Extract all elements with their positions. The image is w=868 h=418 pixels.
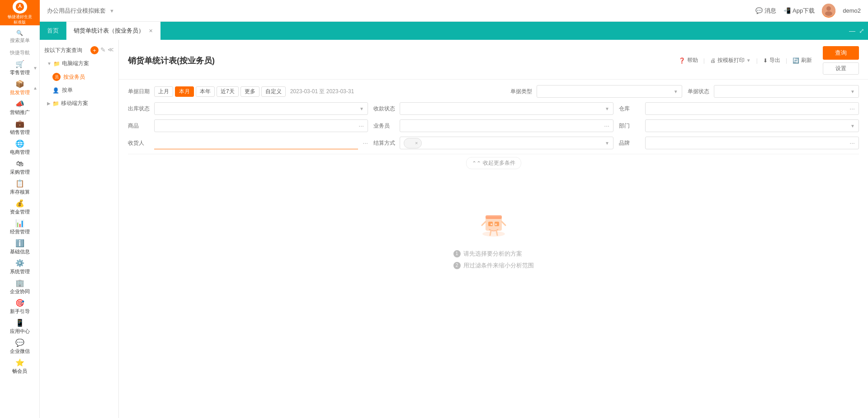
app-logo[interactable]: 畅捷通好生意 标准版 (0, 0, 40, 25)
settlement-arrow: ▼ (605, 141, 609, 146)
docstatus-select[interactable]: ▼ (714, 85, 859, 98)
app-download-btn[interactable]: 📲 App下载 (783, 7, 815, 15)
brand-dots[interactable]: ··· (849, 139, 855, 147)
sidebar-item-member[interactable]: ⭐ 畅会员 (0, 356, 39, 376)
sidebar: 畅捷通好生意 标准版 🔍 搜索菜单 快捷导航 🛒 零售管理 ▼ 📦 批发管理 ▲… (0, 0, 40, 418)
sidebar-item-sales[interactable]: 💼 销售管理 (0, 118, 39, 138)
sidebar-item-enterprise[interactable]: 🏢 企业协同 (0, 277, 39, 297)
operations-label: 经营管理 (10, 228, 30, 235)
sidebar-item-wholesale[interactable]: 📦 批发管理 ▲ (0, 78, 39, 98)
topbar-left: 办公用品行业模拟账套 ▼ (47, 7, 114, 15)
salesperson-label: 业务员 (373, 122, 397, 130)
help-btn[interactable]: ❓ 帮助 (679, 57, 698, 64)
logo-icon (13, 0, 27, 14)
top-title-arrow[interactable]: ▼ (109, 8, 114, 14)
export-btn[interactable]: ⬇ 导出 (763, 57, 780, 64)
settlement-tag-close[interactable]: × (415, 140, 418, 146)
basics-icon: ℹ️ (15, 239, 24, 247)
sidebar-item-inventory[interactable]: 📋 库存核算 (0, 177, 39, 197)
sidebar-item-newguide[interactable]: 🎯 新手引导 (0, 297, 39, 317)
refresh-label: 刷新 (801, 57, 812, 64)
scheme-group-desktop: ▼ 📁 电脑端方案 员 按业务员 👤 按单 (40, 57, 118, 97)
date-btn-thisyear[interactable]: 本年 (196, 86, 215, 97)
tab-close-btn[interactable]: ✕ (149, 28, 153, 34)
outstatus-select[interactable]: ▼ (154, 102, 368, 115)
receiver-input[interactable] (154, 137, 358, 149)
warehouse-dots[interactable]: ··· (849, 105, 855, 112)
tab-home[interactable]: 首页 (40, 22, 66, 40)
sidebar-item-system[interactable]: ⚙️ 系统管理 (0, 257, 39, 277)
sidebar-item-basics[interactable]: ℹ️ 基础信息 (0, 237, 39, 257)
date-range-text: 2023-03-01 至 2023-03-31 (290, 88, 354, 95)
sidebar-item-marketing[interactable]: 📣 营销推广 (0, 98, 39, 118)
warehouse-select[interactable]: ··· (645, 102, 859, 115)
date-btn-lastmonth[interactable]: 上月 (154, 86, 173, 97)
title-actions: ❓ 帮助 | 🖨 按模板打印 ▼ | ⬇ 导出 | (679, 46, 859, 75)
add-scheme-btn[interactable]: + (90, 46, 99, 54)
goods-select[interactable]: ··· (154, 119, 368, 132)
date-filter-col: 单据日期 上月 本月 本年 近7天 更多 自定义 2023-03-01 至 20… (128, 86, 505, 97)
empty-hints: 1 请先选择要分析的方案 2 用过滤条件来缩小分析范围 (453, 248, 534, 271)
collapse-scheme-btn[interactable]: ≪ (108, 46, 114, 54)
payment-label: 收款状态 (373, 105, 397, 113)
outstatus-arrow: ▼ (359, 106, 364, 111)
salesperson-select[interactable]: ··· (400, 119, 613, 132)
query-button[interactable]: 查询 (823, 46, 859, 60)
search-menu[interactable]: 🔍 搜索菜单 (0, 25, 39, 47)
date-btn-thismonth[interactable]: 本月 (175, 86, 194, 97)
sidebar-item-operations[interactable]: 📊 经营管理 (0, 217, 39, 237)
payment-select[interactable]: ▼ (400, 102, 613, 115)
scheme-group-mobile-header[interactable]: ▶ 📁 移动端方案 (40, 97, 118, 110)
edit-scheme-btn[interactable]: ✎ (100, 46, 106, 54)
wholesale-label: 批发管理 (10, 89, 30, 96)
empty-illustration (476, 204, 512, 241)
tab-minimize-btn[interactable]: — (849, 27, 855, 34)
payment-filter-col: 收款状态 ▼ (373, 102, 613, 115)
scheme-sub-by-order[interactable]: 👤 按单 (40, 84, 118, 97)
download-icon: 📲 (783, 7, 791, 14)
wholesale-arrow: ▲ (33, 86, 38, 90)
brand-select[interactable]: ··· (645, 137, 859, 149)
doctype-select[interactable]: ▼ (537, 85, 682, 98)
collapse-label: 收起更多条件 (483, 159, 515, 167)
receiver-dots[interactable]: ··· (363, 139, 368, 147)
sidebar-item-purchase[interactable]: 🛍 采购管理 (0, 157, 39, 177)
sidebar-item-wechat[interactable]: 💬 企业微信 (0, 337, 39, 356)
settlement-tag-text (408, 139, 413, 147)
retail-label: 零售管理 (10, 69, 30, 76)
date-btn-custom[interactable]: 自定义 (261, 86, 286, 97)
tab-maximize-btn[interactable]: ⤢ (859, 27, 864, 34)
tab-sales-stat[interactable]: 销货单统计表（按业务员） ✕ (66, 22, 160, 40)
filter-area: 单据日期 上月 本月 本年 近7天 更多 自定义 2023-03-01 至 20… (119, 80, 868, 177)
basics-label: 基础信息 (10, 248, 30, 255)
user-avatar[interactable] (822, 4, 835, 18)
sidebar-item-finance[interactable]: 💰 资金管理 (0, 197, 39, 217)
date-btn-7days[interactable]: 近7天 (217, 86, 239, 97)
topbar: 办公用品行业模拟账套 ▼ 💬 消息 📲 App下载 (40, 0, 868, 22)
department-select[interactable]: ▼ (645, 119, 859, 132)
sidebar-item-retail[interactable]: 🛒 零售管理 ▼ (0, 58, 39, 78)
scheme-sub-by-salesperson[interactable]: 员 按业务员 (40, 70, 118, 84)
tabbar: 首页 销货单统计表（按业务员） ✕ — ⤢ (40, 22, 868, 40)
svg-line-13 (496, 231, 497, 235)
operations-icon: 📊 (15, 219, 24, 228)
message-btn[interactable]: 💬 消息 (755, 7, 776, 15)
collapse-btn[interactable]: ⌃⌃ 收起更多条件 (466, 157, 521, 169)
brand-label: 品牌 (619, 139, 642, 147)
svg-point-5 (482, 231, 505, 237)
print-btn[interactable]: 🖨 按模板打印 ▼ (710, 57, 751, 64)
date-btn-more[interactable]: 更多 (241, 86, 259, 97)
salesperson-dots[interactable]: ··· (604, 122, 609, 129)
user-name[interactable]: demo2 (843, 7, 861, 14)
goods-dots[interactable]: ··· (359, 122, 364, 129)
scheme-group-desktop-header[interactable]: ▼ 📁 电脑端方案 (40, 57, 118, 70)
warehouse-filter-col: 仓库 ··· (619, 102, 859, 115)
refresh-btn[interactable]: 🔄 刷新 (793, 57, 812, 64)
settings-button[interactable]: 设置 (823, 62, 859, 75)
newguide-label: 新手引导 (10, 308, 30, 315)
sidebar-item-ecommerce[interactable]: 🌐 电商管理 (0, 138, 39, 157)
svg-point-10 (491, 223, 492, 225)
sales-icon: 💼 (15, 119, 24, 128)
sidebar-item-appcenter[interactable]: 📱 应用中心 (0, 317, 39, 337)
settlement-select[interactable]: × ▼ (400, 137, 613, 149)
